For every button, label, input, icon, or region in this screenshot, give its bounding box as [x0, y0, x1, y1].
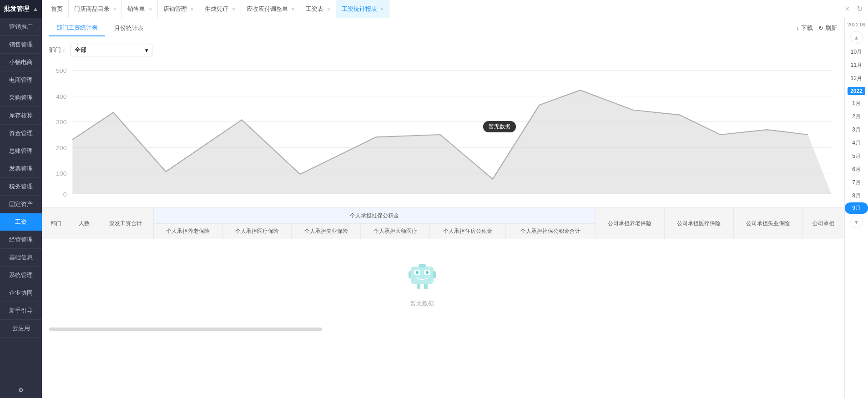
chart-area: 500 400 300 200 100 0: [42, 62, 844, 207]
salary-table: 部门 人数 应发工资合计 个人承担社保公积金 公司承担养老保险 公司承担医疗保险…: [42, 208, 844, 326]
tab-close-2[interactable]: ×: [149, 6, 151, 12]
col-personal-unemployment: 个人承担失业保险: [292, 224, 361, 239]
table-horizontal-scrollbar[interactable]: [49, 327, 322, 331]
tab-5[interactable]: 应收应付调整单×: [241, 0, 300, 18]
sidebar-footer-settings[interactable]: ⚙: [0, 382, 42, 398]
sidebar-item-经营管理[interactable]: 经营管理: [0, 231, 42, 249]
sidebar-item-企业协同[interactable]: 企业协同: [0, 284, 42, 302]
timeline-month-4[interactable]: 4月: [845, 136, 868, 150]
empty-state: 暂无数据: [42, 239, 802, 326]
timeline-year-badge: 2022: [848, 87, 865, 95]
tab-4[interactable]: 生成凭证×: [199, 0, 241, 18]
timeline-month-9-active[interactable]: 9月: [845, 202, 868, 214]
sidebar-collapse-icon[interactable]: ▲: [33, 6, 38, 12]
salary-chart: 500 400 300 200 100 0: [49, 65, 837, 204]
col-total-salary: 应发工资合计: [98, 208, 153, 239]
sub-tabs-left: 部门工资统计表 月份统计表: [49, 20, 151, 36]
sidebar-item-云应用[interactable]: 云应用: [0, 320, 42, 338]
tab-3[interactable]: 店铺管理×: [158, 0, 199, 18]
col-personal-big-medical: 个人承担大额医疗: [361, 224, 430, 239]
tab-bar: 首页门店商品目录×销售单×店铺管理×生成凭证×应收应付调整单×工资表×工资统计报…: [42, 0, 868, 18]
timeline-month-10[interactable]: 10月: [845, 45, 868, 59]
svg-point-21: [416, 271, 419, 274]
dept-filter-select[interactable]: 全部 ▾: [71, 44, 152, 56]
sidebar-item-新手引导[interactable]: 新手引导: [0, 302, 42, 320]
chevron-down-icon: ▾: [145, 47, 148, 54]
tab-refresh-button[interactable]: ↻: [855, 3, 864, 15]
tab-2[interactable]: 销售单×: [122, 0, 157, 18]
svg-rect-18: [417, 284, 420, 289]
sub-tab-bar: 部门工资统计表 月份统计表 ↓ 下载 ↻ 刷新: [42, 18, 844, 38]
tab-0[interactable]: 首页: [45, 0, 69, 18]
svg-text:500: 500: [56, 68, 67, 74]
col-company-other: 公司承担: [802, 208, 844, 239]
download-icon: ↓: [797, 25, 800, 31]
timeline-panel: 2022.09 ▴ 10月 11月 12月 2022 1月 2月 3月 4月: [844, 18, 868, 398]
tab-close-7[interactable]: ×: [381, 6, 384, 12]
sidebar-item-固定资产[interactable]: 固定资产: [0, 196, 42, 213]
timeline-month-12[interactable]: 12月: [845, 72, 868, 85]
content-area: 部门工资统计表 月份统计表 ↓ 下载 ↻ 刷新: [42, 18, 868, 398]
tab-close-1[interactable]: ×: [113, 6, 116, 12]
col-dept: 部门: [42, 208, 70, 239]
timeline-month-6[interactable]: 6月: [845, 163, 868, 176]
sidebar-item-工资[interactable]: 工资: [0, 213, 42, 231]
timeline-month-5[interactable]: 5月: [845, 150, 868, 163]
col-personal-total: 个人承担社保公积金合计: [505, 224, 595, 239]
dept-filter-label: 部门：: [49, 46, 67, 54]
timeline-month-7[interactable]: 7月: [845, 176, 868, 189]
col-personal-housing: 个人承担住房公积金: [429, 224, 505, 239]
sidebar-item-营销推广[interactable]: 营销推广: [0, 18, 42, 36]
svg-text:0: 0: [63, 191, 67, 198]
svg-rect-19: [424, 284, 428, 289]
sidebar-title: 批发管理: [4, 5, 29, 13]
download-button[interactable]: ↓ 下载: [797, 24, 813, 32]
sidebar-item-销售管理[interactable]: 销售管理: [0, 36, 42, 54]
tab-7[interactable]: 工资统计报表×: [336, 0, 389, 18]
sidebar: 批发管理 ▲ 营销推广销售管理小畅电商电商管理采购管理库存核算资金管理总账管理发…: [0, 0, 42, 398]
sidebar-item-电商管理[interactable]: 电商管理: [0, 71, 42, 89]
sidebar-item-税务管理[interactable]: 税务管理: [0, 178, 42, 196]
tab-dept-salary[interactable]: 部门工资统计表: [49, 20, 105, 36]
svg-text:100: 100: [56, 171, 67, 177]
svg-rect-16: [409, 271, 411, 278]
tab-1[interactable]: 门店商品目录×: [69, 0, 122, 18]
sub-tabs-right: ↓ 下载 ↻ 刷新: [797, 24, 838, 32]
sidebar-item-小畅电商[interactable]: 小畅电商: [0, 54, 42, 71]
sidebar-item-采购管理[interactable]: 采购管理: [0, 89, 42, 107]
tab-close-all-button[interactable]: ×: [843, 3, 851, 15]
svg-marker-12: [72, 90, 831, 194]
sidebar-header[interactable]: 批发管理 ▲: [0, 0, 42, 18]
tab-close-3[interactable]: ×: [191, 6, 193, 12]
tab-close-4[interactable]: ×: [232, 6, 235, 12]
timeline-month-1[interactable]: 1月: [845, 97, 868, 110]
sidebar-item-基础信息[interactable]: 基础信息: [0, 249, 42, 267]
sidebar-item-库存核算[interactable]: 库存核算: [0, 107, 42, 125]
svg-point-22: [426, 271, 429, 274]
svg-text:200: 200: [56, 145, 67, 151]
svg-text:400: 400: [56, 94, 67, 100]
tab-close-5[interactable]: ×: [292, 6, 294, 12]
refresh-button[interactable]: ↻ 刷新: [818, 24, 837, 32]
tab-6[interactable]: 工资表×: [300, 0, 336, 18]
gear-icon: ⚙: [18, 387, 24, 393]
timeline-down-button[interactable]: ▾: [850, 216, 863, 228]
svg-rect-20: [419, 264, 426, 267]
table-wrapper[interactable]: 部门 人数 应发工资合计 个人承担社保公积金 公司承担养老保险 公司承担医疗保险…: [42, 207, 844, 398]
col-group-personal: 个人承担社保公积金: [153, 208, 595, 224]
empty-robot-icon: [404, 257, 440, 294]
sidebar-item-资金管理[interactable]: 资金管理: [0, 125, 42, 142]
sidebar-item-系统管理[interactable]: 系统管理: [0, 267, 42, 284]
tab-month-stat[interactable]: 月份统计表: [107, 20, 151, 36]
timeline-up-button[interactable]: ▴: [850, 31, 863, 44]
timeline-month-3[interactable]: 3月: [845, 123, 868, 136]
sidebar-item-总账管理[interactable]: 总账管理: [0, 142, 42, 160]
filter-bar: 部门： 全部 ▾: [42, 38, 844, 62]
col-headcount: 人数: [70, 208, 98, 239]
timeline-month-8[interactable]: 8月: [845, 189, 868, 202]
sidebar-item-发票管理[interactable]: 发票管理: [0, 160, 42, 178]
tab-close-6[interactable]: ×: [327, 6, 330, 12]
timeline-month-2[interactable]: 2月: [845, 110, 868, 123]
timeline-month-11[interactable]: 11月: [845, 59, 868, 72]
col-company-pension: 公司承担养老保险: [595, 208, 664, 239]
